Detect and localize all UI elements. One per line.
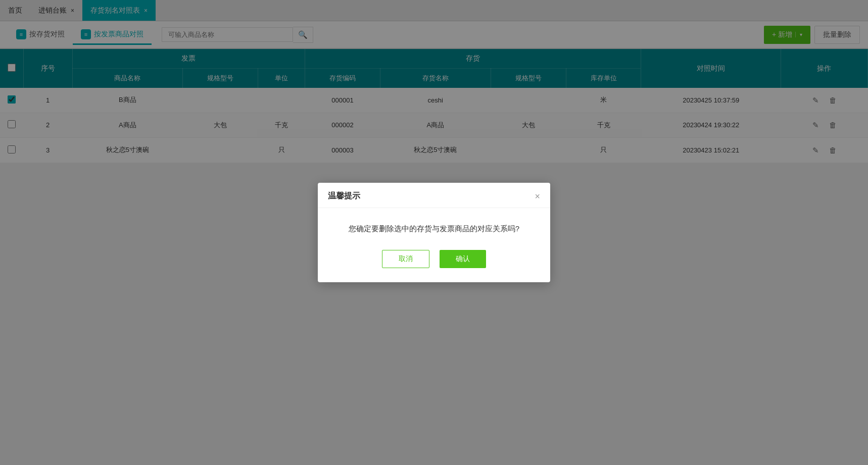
dialog-overlay: 温馨提示 × 您确定要删除选中的存货与发票商品的对应关系吗? 取消 确认 <box>0 0 868 163</box>
